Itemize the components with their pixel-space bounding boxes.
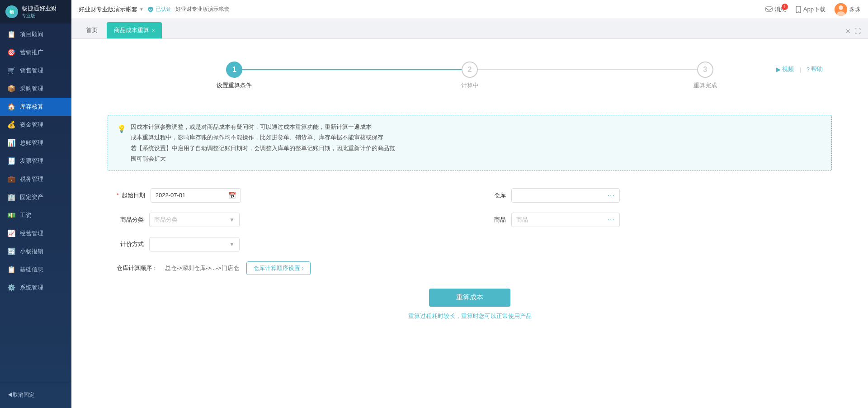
tab-home[interactable]: 首页 — [79, 22, 105, 38]
category-label: 商品分类 — [117, 216, 144, 224]
step-3-label: 重算完成 — [693, 81, 717, 90]
sidebar-item-system[interactable]: ⚙️ 系统管理 — [0, 279, 71, 297]
project-icon: 📋 — [7, 30, 15, 38]
warehouse-dots-icon[interactable]: ··· — [608, 191, 615, 199]
marketing-icon: 🎯 — [7, 48, 15, 57]
warehouse-order-label: 仓库计算顺序： — [117, 264, 158, 272]
app-download-button[interactable]: App下载 — [795, 5, 826, 14]
step-1-num: 1 — [232, 66, 236, 74]
sidebar-label-assets: 固定资产 — [20, 193, 43, 201]
sidebar-label-system: 系统管理 — [20, 284, 43, 292]
help-link[interactable]: ? 帮助 — [807, 65, 823, 73]
submit-area: 重算成本 重算过程耗时较长，重算时您可以正常使用产品 — [117, 289, 823, 320]
expense-icon: 🔄 — [7, 247, 15, 256]
step-2: 2 计算中 — [352, 62, 588, 90]
sidebar-item-business[interactable]: 📈 经营管理 — [0, 224, 71, 242]
start-date-input[interactable]: 2022-07-01 📅 — [151, 188, 241, 203]
help-icon: ? — [807, 66, 810, 73]
pricing-input[interactable]: ▼ — [149, 237, 240, 251]
sidebar-item-sales[interactable]: 🛒 销售管理 — [0, 62, 71, 80]
sidebar-item-salary[interactable]: 💵 工资 — [0, 206, 71, 224]
warehouse-order-value: 总仓->深圳仓库->...->门店仓 — [165, 264, 239, 272]
app-logo: 畅 畅捷通好业财 专业版 — [0, 0, 71, 24]
sidebar-bottom: ◀取消固定 — [0, 382, 71, 408]
topbar-left: 好业财专业版演示帐套 ▼ 已认证 好业财专业版演示帐套 — [79, 5, 230, 14]
account-selector[interactable]: 好业财专业版演示帐套 ▼ — [79, 5, 144, 14]
user-name: 珠珠 — [849, 5, 861, 14]
cancel-fixed-label: ◀取消固定 — [7, 391, 34, 399]
sidebar-item-project[interactable]: 📋 项目顾问 — [0, 25, 71, 43]
product-input[interactable]: 商品 ··· — [511, 213, 620, 227]
sidebar-item-invoice[interactable]: 🧾 发票管理 — [0, 152, 71, 170]
info-text: 因成本计算参数调整，或是对商品成本有疑问时，可以通过成本重算功能，重新计算一遍成… — [131, 122, 395, 164]
step-2-num: 2 — [468, 66, 472, 74]
tax-icon: 💼 — [7, 175, 15, 183]
pricing-label-text: 计价方式 — [120, 241, 144, 247]
user-menu[interactable]: 珠珠 — [835, 3, 861, 16]
form-row-1: * 起始日期 2022-07-01 📅 仓库 ··· — [117, 188, 823, 203]
recalculate-button[interactable]: 重算成本 — [429, 289, 510, 307]
sidebar-item-finance[interactable]: 💰 资金管理 — [0, 116, 71, 134]
sidebar-item-purchase[interactable]: 📦 采购管理 — [0, 80, 71, 98]
start-date-label-text: 起始日期 — [122, 192, 145, 199]
form-row-2: 商品分类 商品分类 ▼ 商品 商品 ··· — [117, 213, 823, 227]
sidebar-item-marketing[interactable]: 🎯 营销推广 — [0, 43, 71, 62]
topbar-right: 消息 1 App下载 珠珠 — [765, 3, 861, 16]
info-line-3: 若【系统设置】中启用了自动调整记账日期时，会调整入库单的整单记账日期，因此重新计… — [131, 143, 395, 153]
pricing-label: 计价方式 — [117, 240, 144, 248]
warehouse-order-row: 仓库计算顺序： 总仓->深圳仓库->...->门店仓 仓库计算顺序设置 › — [117, 261, 823, 275]
sidebar-label-tax: 税务管理 — [20, 175, 43, 183]
help-label: 帮助 — [811, 65, 823, 73]
logo-icon: 畅 — [5, 5, 18, 18]
warehouse-input[interactable]: ··· — [511, 188, 620, 203]
sidebar-label-basic: 基础信息 — [20, 266, 43, 274]
tab-cost-recalc[interactable]: 商品成本重算 × — [107, 22, 162, 38]
account-name: 好业财专业版演示帐套 — [79, 5, 137, 14]
system-icon: ⚙️ — [7, 284, 15, 292]
sidebar-item-tax[interactable]: 💼 税务管理 — [0, 170, 71, 188]
sidebar-item-assets[interactable]: 🏢 固定资产 — [0, 188, 71, 206]
sidebar-item-accounting[interactable]: 📊 总账管理 — [0, 134, 71, 152]
video-label: 视频 — [782, 65, 794, 73]
step-1: 1 设置重算条件 — [117, 62, 352, 90]
video-help-link[interactable]: ▶ 视频 — [776, 65, 794, 73]
sidebar-label-sales: 销售管理 — [20, 66, 43, 75]
account-dropdown-icon: ▼ — [139, 7, 144, 12]
app-name-text: 畅捷通好业财 — [22, 5, 57, 13]
phone-icon — [795, 6, 802, 13]
sidebar-label-business: 经营管理 — [20, 229, 43, 237]
tab-cost-recalc-label: 商品成本重算 — [114, 26, 149, 34]
start-date-label: * 起始日期 — [117, 191, 145, 199]
cancel-fixed-button[interactable]: ◀取消固定 — [0, 387, 71, 403]
topbar: 好业财专业版演示帐套 ▼ 已认证 好业财专业版演示帐套 消息 1 — [71, 0, 868, 19]
category-input[interactable]: 商品分类 ▼ — [149, 213, 240, 227]
start-date-value: 2022-07-01 — [156, 192, 186, 199]
sidebar-item-inventory[interactable]: 🏠 库存核算 — [0, 98, 71, 116]
message-button[interactable]: 消息 1 — [765, 5, 786, 14]
warehouse-field: 仓库 ··· — [479, 188, 823, 203]
tab-close-icon[interactable]: × — [152, 28, 155, 33]
step-2-label: 计算中 — [461, 81, 479, 90]
verified-badge: 已认证 — [147, 5, 172, 13]
user-avatar — [835, 3, 847, 16]
sidebar: 畅 畅捷通好业财 专业版 📋 项目顾问 🎯 营销推广 🛒 销售管理 📦 采购管理… — [0, 0, 71, 408]
product-label: 商品 — [479, 216, 506, 224]
inventory-icon: 🏠 — [7, 103, 15, 111]
pricing-dropdown-icon: ▼ — [229, 241, 235, 247]
warehouse-order-settings-button[interactable]: 仓库计算顺序设置 › — [246, 261, 311, 275]
calendar-icon[interactable]: 📅 — [228, 192, 236, 199]
sidebar-label-accounting: 总账管理 — [20, 139, 43, 147]
tabbar-actions: ✕ ⛶ — [845, 28, 861, 35]
maximize-icon[interactable]: ⛶ — [854, 28, 861, 35]
info-line-4: 围可能会扩大 — [131, 153, 395, 164]
sidebar-label-salary: 工资 — [20, 211, 32, 219]
sidebar-nav: 📋 项目顾问 🎯 营销推广 🛒 销售管理 📦 采购管理 🏠 库存核算 💰 资金管… — [0, 24, 71, 382]
step-1-circle: 1 — [226, 62, 242, 78]
message-icon — [765, 6, 773, 13]
product-dots-icon[interactable]: ··· — [608, 216, 615, 224]
sidebar-item-basic[interactable]: 📋 基础信息 — [0, 261, 71, 279]
form-row-3: 计价方式 ▼ — [117, 237, 823, 251]
close-window-icon[interactable]: ✕ — [845, 28, 851, 35]
sidebar-item-expense[interactable]: 🔄 小畅报销 — [0, 242, 71, 261]
product-label-text: 商品 — [494, 216, 506, 223]
